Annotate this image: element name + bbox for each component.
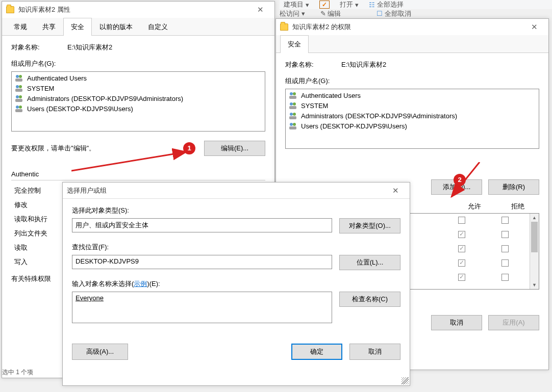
users-listbox[interactable]: Authenticated Users SYSTEM Administrator… <box>285 89 539 149</box>
folder-icon <box>280 23 288 31</box>
dialog-title: 选择用户或组 <box>67 186 385 195</box>
svg-rect-20 <box>289 116 296 119</box>
edit-button[interactable]: 编辑(E)... <box>204 141 265 156</box>
users-icon <box>289 122 298 130</box>
svg-point-0 <box>16 75 19 78</box>
tab-security[interactable]: 安全 <box>280 35 309 53</box>
titlebar: 知识库素材2 属性 ✕ <box>2 2 274 18</box>
ribbon-deselect[interactable]: ☐ 全部取消 <box>377 9 411 18</box>
location-field: DESKTOP-KDJVPS9 <box>72 255 332 269</box>
ribbon-item: 建项目 ▾ <box>284 0 309 9</box>
perm-header-prefix: Authentic <box>11 170 265 178</box>
list-item[interactable]: Authenticated Users <box>13 73 264 83</box>
svg-point-9 <box>16 106 19 109</box>
object-types-button[interactable]: 对象类型(O)... <box>339 218 400 233</box>
users-icon <box>15 84 24 92</box>
enter-name-label: 输入对象名称来选择(示例)(E): <box>72 279 400 289</box>
allow-checkbox[interactable] <box>458 245 465 252</box>
locations-button[interactable]: 位置(L)... <box>339 255 400 270</box>
tab-custom[interactable]: 自定义 <box>140 18 175 36</box>
scrollbar[interactable]: ▲ ▼ <box>530 214 539 289</box>
svg-point-4 <box>19 85 22 88</box>
svg-rect-17 <box>289 106 296 109</box>
allow-checkbox[interactable] <box>458 259 465 267</box>
svg-rect-14 <box>289 96 296 99</box>
deny-checkbox[interactable] <box>501 274 509 281</box>
allow-checkbox[interactable] <box>458 274 465 281</box>
tabs: 常规 共享 安全 以前的版本 自定义 <box>2 18 274 36</box>
cancel-button[interactable]: 取消 <box>349 344 400 360</box>
users-icon <box>15 94 24 102</box>
object-type-label: 选择此对象类型(S): <box>72 206 400 215</box>
deny-checkbox[interactable] <box>501 259 509 267</box>
svg-rect-5 <box>15 89 22 92</box>
users-icon <box>289 112 298 120</box>
allow-checkbox[interactable] <box>458 217 465 224</box>
tab-security[interactable]: 安全 <box>63 18 92 36</box>
tab-general[interactable]: 常规 <box>6 18 35 36</box>
svg-point-12 <box>290 92 293 95</box>
list-item[interactable]: Users (DESKTOP-KDJVPS9\Users) <box>287 121 538 131</box>
close-icon[interactable]: ✕ <box>524 22 544 32</box>
apply-button[interactable]: 应用(A) <box>488 315 539 330</box>
scroll-up-icon[interactable]: ▲ <box>530 214 539 222</box>
folder-icon <box>6 6 14 13</box>
select-user-dialog: 选择用户或组 ✕ 选择此对象类型(S): 用户、组或内置安全主体 对象类型(O)… <box>62 182 410 386</box>
svg-point-22 <box>293 123 296 126</box>
svg-point-18 <box>290 113 293 116</box>
list-item[interactable]: Users (DESKTOP-KDJVPS9\Users) <box>13 103 264 114</box>
tab-sharing[interactable]: 共享 <box>35 18 63 36</box>
object-name-value: E:\知识库素材2 <box>67 43 265 52</box>
check-names-button[interactable]: 检查名称(C) <box>339 292 400 307</box>
example-link[interactable]: 示例 <box>134 280 147 288</box>
ok-button[interactable]: 确定 <box>291 344 342 360</box>
users-icon <box>15 74 24 82</box>
ribbon-open[interactable]: 打开 ▾ <box>340 0 359 9</box>
status-bar-selection: 选中 1 个项 <box>2 368 33 377</box>
deny-checkbox[interactable] <box>501 231 509 238</box>
svg-rect-11 <box>15 109 22 112</box>
ribbon-edit[interactable]: ✎ 编辑 <box>320 9 341 18</box>
users-icon <box>289 91 298 99</box>
svg-rect-23 <box>289 126 296 129</box>
users-listbox[interactable]: Authenticated Users SYSTEM Administrator… <box>11 71 265 132</box>
close-icon[interactable]: ✕ <box>250 5 270 14</box>
scroll-down-icon[interactable]: ▼ <box>530 281 539 289</box>
svg-point-1 <box>19 75 22 78</box>
users-icon <box>15 104 24 113</box>
ribbon-item2: 松访问 ▾ <box>280 9 305 18</box>
list-item[interactable]: Administrators (DESKTOP-KDJVPS9\Administ… <box>13 93 264 103</box>
allow-checkbox[interactable] <box>458 231 465 238</box>
ribbon-selectall[interactable]: ☷ 全部选择 <box>369 0 404 9</box>
list-item[interactable]: Authenticated Users <box>287 90 538 100</box>
ribbon-item-check: ✓ <box>319 0 330 9</box>
groups-label: 组或用户名(G): <box>11 59 265 68</box>
tabs: 安全 <box>276 35 548 53</box>
add-button[interactable]: 添加(D)... <box>431 179 482 195</box>
scroll-thumb[interactable] <box>531 222 538 252</box>
svg-point-19 <box>293 113 296 116</box>
deny-checkbox[interactable] <box>501 245 509 252</box>
users-icon <box>289 101 298 110</box>
list-item[interactable]: Administrators (DESKTOP-KDJVPS9\Administ… <box>287 111 538 121</box>
svg-point-13 <box>293 92 296 95</box>
object-type-field: 用户、组或内置安全主体 <box>72 218 332 232</box>
svg-point-7 <box>19 95 22 98</box>
window-title: 知识库素材2 的权限 <box>292 22 524 32</box>
svg-point-15 <box>290 102 293 106</box>
advanced-button[interactable]: 高级(A)... <box>72 344 128 360</box>
window-title: 知识库素材2 属性 <box>18 5 250 14</box>
svg-point-16 <box>293 102 296 106</box>
close-icon[interactable]: ✕ <box>385 186 406 195</box>
list-item[interactable]: SYSTEM <box>287 100 538 111</box>
edit-hint: 要更改权限，请单击"编辑"。 <box>11 144 204 153</box>
resize-grip-icon[interactable] <box>402 377 409 384</box>
tab-previous[interactable]: 以前的版本 <box>92 18 140 36</box>
list-item[interactable]: SYSTEM <box>13 83 264 93</box>
object-name-label: 对象名称: <box>285 60 341 69</box>
remove-button[interactable]: 删除(R) <box>488 179 539 195</box>
deny-checkbox[interactable] <box>501 217 509 224</box>
cancel-button[interactable]: 取消 <box>431 315 482 330</box>
object-name-input[interactable]: Everyone <box>72 292 332 323</box>
titlebar: 选择用户或组 ✕ <box>63 182 410 199</box>
